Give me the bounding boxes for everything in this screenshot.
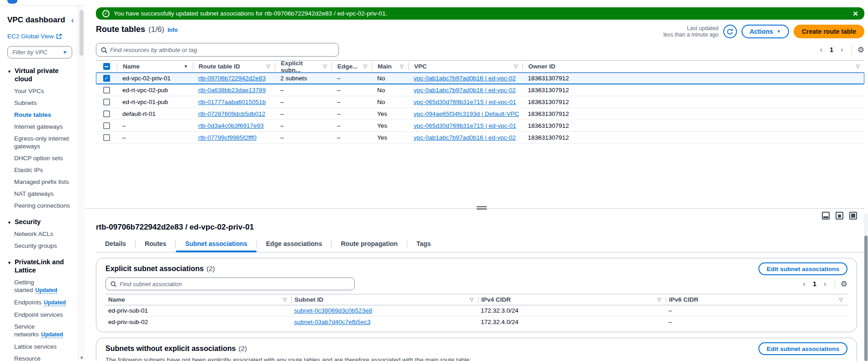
gear-icon[interactable]: ⚙ [857,45,864,55]
sidebar-item-security-groups[interactable]: Security groups [14,242,77,250]
filter-icon[interactable]: ▽ [267,63,270,69]
sidebar-item-lattice-services[interactable]: Lattice services [14,343,77,351]
sidebar-item-internet-gateways[interactable]: Internet gateways [14,123,77,131]
tab-route-propagation[interactable]: Route propagation [331,236,406,252]
success-banner: ✓ You have successfully updated subnet a… [96,7,864,20]
vpc-link[interactable]: vpc-0ab1abc7b97ad0b16 | ed-vpc-02 [414,87,516,94]
subnet-row[interactable]: ed-priv-sub-02 subnet-03ab7d40c7efb5ec3 … [105,316,847,327]
tab-details[interactable]: Details [96,236,135,252]
create-route-table-button[interactable]: Create route table [794,25,864,38]
scroll-down-arrow-icon[interactable]: ▼ [78,356,85,360]
info-link[interactable]: Info [168,27,178,33]
close-icon[interactable]: × [853,9,858,18]
subnet-id-link[interactable]: subnet-03ab7d40c7efb5ec3 [294,319,370,325]
sidebar-item-network-acls[interactable]: Network ACLs [14,230,77,238]
tab-subnet-associations[interactable]: Subnet associations [176,236,256,252]
row-checkbox[interactable] [103,87,110,94]
sort-icon[interactable]: ▼ [184,64,188,69]
page-number[interactable]: 1 [810,280,819,288]
vpc-link[interactable]: vpc-094ae65f34fc3193d | Default-VPC [414,110,519,117]
filter-by-vpc-select[interactable]: Filter by VPC ▼ [7,46,72,58]
tab-edge-associations[interactable]: Edge associations [257,236,331,252]
filter-icon[interactable]: ▽ [839,297,843,303]
section-security[interactable]: ▼ Security [7,218,75,226]
panel-position-full-icon[interactable] [849,212,857,220]
panel-position-bottom-icon[interactable] [822,212,830,220]
splitter-handle-icon[interactable] [477,206,487,210]
filter-icon[interactable]: ▽ [323,63,327,69]
prev-page-icon[interactable]: ‹ [817,45,826,54]
table-row[interactable]: ed-rt-vpc-02-pub rtb-0a638bb23dae13789 –… [96,84,864,96]
vpc-link[interactable]: vpc-065d30d769b31e715 | ed-vpc-01 [414,99,516,105]
refresh-icon [726,28,733,35]
sidebar-item-peering-connections[interactable]: Peering connections [14,202,77,209]
sidebar-item-endpoint-services[interactable]: Endpoint services [14,311,77,319]
sidebar-item-egress-only-internet-gateways[interactable]: Egress-only internet gateways [14,135,77,150]
next-page-icon[interactable]: › [838,45,846,54]
sidebar-scrollbar[interactable]: ▼ [78,5,85,361]
route-table-id-link[interactable]: rtb-07799cf9985f2fff0 [198,134,257,141]
filter-icon[interactable]: ▽ [470,297,473,303]
sidebar-item-endpoints[interactable]: EndpointsUpdated [14,298,77,307]
sidebar-item-getting-started[interactable]: Getting startedUpdated [14,278,77,294]
sidebar-item-your-vpcs[interactable]: Your VPCs [14,87,77,95]
filter-icon[interactable]: ▽ [283,297,287,303]
table-row[interactable]: – rtb-0d3a4c0b3f6917e93 – – Yes vpc-065d… [96,120,864,132]
actions-button[interactable]: Actions ▼ [742,25,789,38]
subnet-row[interactable]: ed-priv-sub-01 subnet-0c38069d3c0b523e8 … [105,305,847,316]
table-row[interactable]: ed-rt-vpc-01-pub rtb-01777aaba6015051b –… [96,96,864,108]
panel-scrollbar[interactable] [864,214,868,361]
card-count: (2) [206,265,215,272]
tab-tags[interactable]: Tags [407,236,440,252]
route-table-id-link[interactable]: rtb-09706b722942d2e83 [198,75,266,82]
route-table-id-link[interactable]: rtb-0d3a4c0b3f6917e93 [198,122,263,129]
route-table-id-link[interactable]: rtb-01777aaba6015051b [198,99,266,105]
next-page-icon[interactable]: › [821,279,829,288]
filter-icon[interactable]: ▽ [856,63,860,69]
edit-subnet-associations-button[interactable]: Edit subnet associations [758,262,847,275]
sidebar-item-resource-configurations[interactable]: Resource configurationsNew [14,355,77,361]
sidebar-collapse-icon[interactable]: ‹ [71,16,75,24]
sidebar-item-service-networks[interactable]: Service networksUpdated [14,323,77,339]
search-input[interactable] [110,47,338,53]
gear-icon[interactable]: ⚙ [841,279,847,289]
table-row[interactable]: default-rt-01 rtb-07287609dcb5db012 – – … [96,108,864,120]
subnet-id-link[interactable]: subnet-0c38069d3c0b523e8 [294,307,372,314]
subnet-association-search-input[interactable] [120,281,354,288]
select-all-checkbox[interactable] [103,63,110,70]
section-virtual-private-cloud[interactable]: ▼ Virtual private cloud [7,67,75,83]
panel-scrollbar-thumb[interactable] [864,235,868,361]
ec2-global-view-link[interactable]: EC2 Global View [7,33,54,40]
row-checkbox[interactable] [103,134,110,141]
row-checkbox[interactable] [103,122,110,129]
row-checkbox[interactable]: ✓ [103,75,110,82]
vpc-link[interactable]: vpc-0ab1abc7b97ad0b16 | ed-vpc-02 [414,75,516,82]
refresh-button[interactable] [723,25,737,38]
route-table-id-link[interactable]: rtb-0a638bb23dae13789 [198,87,266,94]
section-privatelink-and-lattice[interactable]: ▼ PrivateLink and Lattice [7,258,75,274]
vpc-link[interactable]: vpc-065d30d769b31e715 | ed-vpc-01 [414,122,516,129]
table-row[interactable]: – rtb-07799cf9985f2fff0 – – Yes vpc-0ab1… [96,132,864,144]
filter-icon[interactable]: ▽ [400,63,404,69]
sidebar-item-subnets[interactable]: Subnets [14,99,77,107]
filter-icon[interactable]: ▽ [514,63,518,69]
tab-routes[interactable]: Routes [136,236,175,252]
sidebar-scrollbar-thumb[interactable] [79,10,84,56]
edit-subnet-associations-button[interactable]: Edit subnet associations [758,342,847,355]
table-row[interactable]: ✓ ed-vpc-02-priv-01 rtb-09706b722942d2e8… [96,73,864,84]
sidebar-item-route-tables[interactable]: Route tables [14,111,77,119]
prev-page-icon[interactable]: ‹ [800,279,809,288]
sidebar-item-managed-prefix-lists[interactable]: Managed prefix lists [14,178,77,186]
page-number[interactable]: 1 [827,46,836,53]
sidebar-item-nat-gateways[interactable]: NAT gateways [14,190,77,198]
explicit-subnets-popover[interactable]: 2 subnets [280,75,307,82]
filter-icon[interactable]: ▽ [658,297,661,303]
row-checkbox[interactable] [103,99,110,105]
sidebar-item-dhcp-option-sets[interactable]: DHCP option sets [14,154,77,162]
route-table-id-link[interactable]: rtb-07287609dcb5db012 [198,110,265,117]
vpc-link[interactable]: vpc-0ab1abc7b97ad0b16 | ed-vpc-02 [414,134,516,141]
panel-position-split-icon[interactable] [836,212,843,220]
sidebar-item-elastic-ips[interactable]: Elastic IPs [14,166,77,174]
filter-icon[interactable]: ▽ [363,63,367,69]
row-checkbox[interactable] [103,110,110,117]
